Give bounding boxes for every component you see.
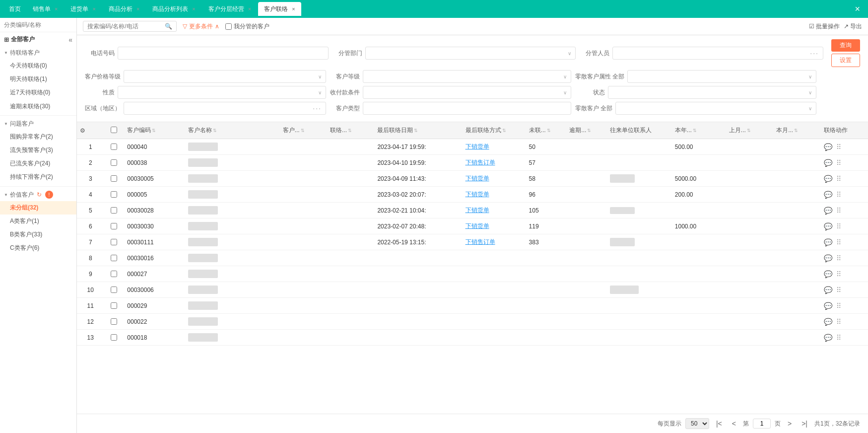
next-page-btn[interactable]: > <box>785 419 795 429</box>
nature-select[interactable]: ∨ <box>118 86 326 99</box>
sidebar-all-customers[interactable]: ⊞ 全部客户 « <box>0 32 76 47</box>
sidebar-group-value[interactable]: ▼ 价值客户 ↻ ! <box>0 189 76 201</box>
batch-ops-button[interactable]: ☑ 批量操作 <box>809 22 840 31</box>
reset-button[interactable]: 设置 <box>831 54 860 67</box>
customer-type-input[interactable] <box>363 102 571 115</box>
more-conditions-btn[interactable]: ▽ 更多条件 ∧ <box>183 22 219 31</box>
th-last-way[interactable]: 最后联络方式 ⇅ <box>463 122 526 139</box>
cell-last-way[interactable]: 下销货单 <box>463 218 526 234</box>
refresh-icon[interactable]: ↻ <box>37 191 42 198</box>
cell-check[interactable] <box>104 218 124 234</box>
last-way-link[interactable]: 下销货单 <box>466 222 489 229</box>
more-action-icon[interactable]: ⠿ <box>836 222 841 230</box>
cell-last-way[interactable]: 下销货单 <box>463 139 526 155</box>
row-checkbox[interactable] <box>111 287 117 293</box>
th-uncontact[interactable]: 未联... ⇅ <box>526 122 567 139</box>
more-action-icon[interactable]: ⠿ <box>836 334 841 342</box>
sidebar-item-declining[interactable]: 持续下滑客户(2) <box>0 170 76 184</box>
sidebar-item-class-c[interactable]: C类客户(6) <box>0 241 76 255</box>
tab-customer-tier-close[interactable]: × <box>248 6 251 12</box>
th-partner[interactable]: 往来单位联系人 <box>607 122 672 139</box>
row-checkbox[interactable] <box>111 318 117 325</box>
contact-icon[interactable]: 💬 <box>824 270 832 278</box>
th-overdue[interactable]: 逾期... ⇅ <box>566 122 607 139</box>
th-this-month[interactable]: 本月... ⇅ <box>773 122 820 139</box>
sidebar-group-problem[interactable]: ▼ 问题客户 <box>0 118 76 130</box>
tab-purchase-close[interactable]: × <box>92 6 95 12</box>
contact-icon[interactable]: 💬 <box>824 238 832 246</box>
settings-icon[interactable]: ⚙ <box>80 127 85 134</box>
th-code[interactable]: 客户编码 ⇅ <box>124 122 185 139</box>
region-input[interactable]: ··· <box>124 102 326 115</box>
cell-check[interactable] <box>104 155 124 171</box>
main-search-icon[interactable]: 🔍 <box>165 23 172 30</box>
cell-last-way[interactable]: 下销货单 <box>463 203 526 218</box>
more-action-icon[interactable]: ⠿ <box>836 159 841 167</box>
contact-icon[interactable]: 💬 <box>824 286 832 294</box>
th-date[interactable]: 最后联络日期 ⇅ <box>374 122 462 139</box>
cell-check[interactable] <box>104 250 124 266</box>
contact-icon[interactable]: 💬 <box>824 159 832 167</box>
last-way-link[interactable]: 下销售订单 <box>466 159 495 166</box>
window-close-button[interactable]: × <box>851 4 864 14</box>
status-select[interactable]: ∨ <box>608 86 816 99</box>
sidebar-item-churn-warning[interactable]: 流失预警客户(3) <box>0 144 76 157</box>
cell-check[interactable] <box>104 282 124 298</box>
contact-icon[interactable]: 💬 <box>824 143 832 151</box>
cell-last-way[interactable]: 下销售订单 <box>463 234 526 250</box>
more-action-icon[interactable]: ⠿ <box>836 270 841 278</box>
sidebar-item-hoarding[interactable]: 囤购异常客户(2) <box>0 130 76 144</box>
nav-home[interactable]: 首页 <box>4 2 26 16</box>
manager-input[interactable]: ··· <box>612 47 823 60</box>
more-action-icon[interactable]: ⠿ <box>836 191 841 199</box>
nav-tab-analysis[interactable]: 商品分析 × <box>103 2 145 16</box>
contact-icon[interactable]: 💬 <box>824 175 832 183</box>
price-level-select[interactable]: ∨ <box>124 70 326 83</box>
th-contact[interactable]: 联络... ⇅ <box>327 122 374 139</box>
th-name[interactable]: 客户名称 ⇅ <box>185 122 280 139</box>
sidebar-item-7days[interactable]: 近7天待联络(0) <box>0 86 76 99</box>
last-way-link[interactable]: 下销货单 <box>466 191 489 198</box>
row-checkbox[interactable] <box>111 144 117 150</box>
nav-tab-sales[interactable]: 销售单 × <box>27 2 64 16</box>
more-action-icon[interactable]: ⠿ <box>836 175 841 183</box>
sidebar-collapse-button[interactable]: « <box>68 36 72 44</box>
row-checkbox[interactable] <box>111 334 117 341</box>
first-page-btn[interactable]: |< <box>713 419 725 429</box>
main-search-input[interactable] <box>87 23 162 30</box>
my-customers-checkbox[interactable] <box>225 23 232 30</box>
contact-icon[interactable]: 💬 <box>824 318 832 326</box>
prev-page-btn[interactable]: < <box>729 419 739 429</box>
last-way-link[interactable]: 下销货单 <box>466 207 489 214</box>
more-action-icon[interactable]: ⠿ <box>836 238 841 246</box>
cell-last-way[interactable]: 下销货单 <box>463 171 526 187</box>
cell-check[interactable] <box>104 139 124 155</box>
contact-icon[interactable]: 💬 <box>824 207 832 215</box>
sidebar-search-input[interactable] <box>4 21 77 28</box>
last-page-btn[interactable]: >| <box>799 419 810 429</box>
th-this-year[interactable]: 本年... ⇅ <box>672 122 726 139</box>
sidebar-item-class-b[interactable]: B类客户(33) <box>0 228 76 241</box>
cell-last-way[interactable]: 下销售订单 <box>463 155 526 171</box>
row-checkbox[interactable] <box>111 223 117 229</box>
cell-check[interactable] <box>104 266 124 282</box>
page-input[interactable] <box>753 419 771 429</box>
cell-check[interactable] <box>104 314 124 330</box>
more-action-icon[interactable]: ⠿ <box>836 143 841 151</box>
last-way-link[interactable]: 下销售订单 <box>466 238 495 245</box>
sidebar-item-overdue[interactable]: 逾期未联络(30) <box>0 100 76 113</box>
row-checkbox[interactable] <box>111 255 117 261</box>
select-all-checkbox[interactable] <box>111 127 117 133</box>
cell-check[interactable] <box>104 203 124 218</box>
dept-select[interactable]: ∨ <box>365 47 576 60</box>
export-button[interactable]: ↗ 导出 <box>844 22 862 31</box>
th-type[interactable]: 客户... ⇅ <box>280 122 327 139</box>
last-way-link[interactable]: 下销货单 <box>466 143 489 150</box>
contact-icon[interactable]: 💬 <box>824 222 832 230</box>
row-checkbox[interactable] <box>111 207 117 214</box>
cell-check[interactable] <box>104 171 124 187</box>
customer-level-select[interactable]: ∨ <box>363 70 571 83</box>
row-checkbox[interactable] <box>111 191 117 198</box>
more-action-icon[interactable]: ⠿ <box>836 207 841 215</box>
sidebar-item-tomorrow[interactable]: 明天待联络(1) <box>0 72 76 86</box>
